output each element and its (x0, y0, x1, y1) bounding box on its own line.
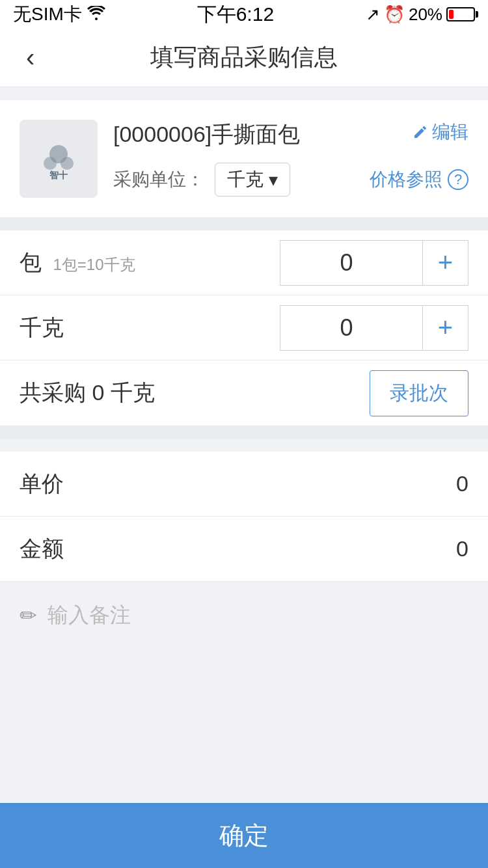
confirm-button[interactable]: 确定 (219, 819, 269, 852)
location-icon: ↗ (366, 5, 380, 25)
summary-text: 共采购 0 千克 (20, 378, 155, 408)
unit-price-label: 单价 (20, 469, 64, 499)
dropdown-arrow-icon: ▾ (269, 169, 278, 191)
remark-area[interactable]: ✏ 输入备注 (0, 582, 488, 649)
nav-bar: ‹ 填写商品采购信息 (0, 29, 488, 87)
product-card: 智十 [0000006]手撕面包 编辑 采购单位： 千克 ▾ (0, 100, 488, 217)
price-ref-label: 价格参照 (370, 167, 442, 192)
unit-price-row: 单价 0 (0, 452, 488, 517)
kg-label: 千克 (20, 313, 280, 343)
product-name-row: [0000006]手撕面包 编辑 (113, 120, 468, 150)
product-info: [0000006]手撕面包 编辑 采购单位： 千克 ▾ 价格参照 ? (113, 120, 468, 197)
purchase-unit-label: 采购单位： (113, 167, 204, 192)
svg-point-2 (61, 157, 74, 170)
amount-row: 金额 0 (0, 517, 488, 582)
back-button[interactable]: ‹ (20, 43, 41, 72)
kg-input-section: 千克 + (0, 295, 488, 360)
remark-placeholder: 输入备注 (47, 601, 131, 630)
product-image: 智十 (20, 120, 98, 198)
status-right: ↗ ⏰ 20% (366, 5, 475, 25)
record-batch-button[interactable]: 录批次 (370, 370, 468, 416)
page-title: 填写商品采购信息 (150, 42, 338, 74)
kg-quantity-input[interactable] (280, 305, 423, 351)
svg-text:智十: 智十 (49, 170, 68, 180)
bag-input-control: + (280, 240, 468, 286)
svg-point-1 (44, 157, 57, 170)
wifi-icon (87, 4, 105, 25)
amount-value: 0 (456, 536, 468, 562)
section-divider-2 (0, 426, 488, 439)
kg-plus-button[interactable]: + (423, 305, 468, 351)
alarm-icon: ⏰ (384, 5, 405, 25)
status-left: 无SIM卡 (13, 2, 105, 27)
status-time: 下午6:12 (197, 1, 274, 28)
kg-input-control: + (280, 305, 468, 351)
battery-icon (446, 7, 475, 21)
bag-input-row: 包 1包=10千克 + (0, 230, 488, 295)
kg-input-row: 千克 + (0, 295, 488, 360)
status-bar: 无SIM卡 下午6:12 ↗ ⏰ 20% (0, 0, 488, 29)
amount-label: 金额 (20, 534, 64, 564)
product-name: [0000006]手撕面包 (113, 120, 300, 150)
edit-label: 编辑 (432, 120, 468, 144)
confirm-bar[interactable]: 确定 (0, 803, 488, 868)
bag-sublabel: 1包=10千克 (53, 256, 135, 273)
bag-quantity-input[interactable] (280, 240, 423, 286)
bag-plus-button[interactable]: + (423, 240, 468, 286)
bag-input-section: 包 1包=10千克 + (0, 230, 488, 295)
price-ref-button[interactable]: 价格参照 ? (370, 167, 468, 192)
summary-row: 共采购 0 千克 录批次 (0, 360, 488, 426)
unit-selector[interactable]: 千克 ▾ (215, 163, 290, 197)
unit-price-value: 0 (456, 471, 468, 496)
pricing-section: 单价 0 金额 0 (0, 452, 488, 582)
help-icon: ? (448, 169, 468, 190)
purchase-unit-row: 采购单位： 千克 ▾ 价格参照 ? (113, 163, 468, 197)
section-divider-1 (0, 217, 488, 230)
no-sim-label: 无SIM卡 (13, 2, 82, 27)
edit-button[interactable]: 编辑 (413, 120, 468, 144)
bag-label: 包 1包=10千克 (20, 248, 280, 278)
battery-percentage: 20% (409, 5, 442, 25)
pencil-icon: ✏ (20, 603, 37, 628)
unit-value: 千克 (227, 167, 264, 192)
